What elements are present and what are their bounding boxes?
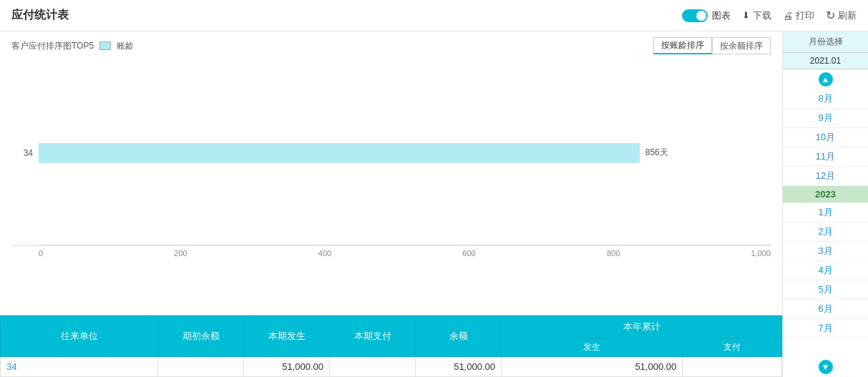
bar-fill: [39, 143, 640, 163]
month-item-9[interactable]: 9月: [783, 109, 868, 128]
month-item-8[interactable]: 8月: [783, 89, 868, 109]
month-item-6[interactable]: 6月: [783, 300, 868, 319]
x-label-0: 0: [39, 249, 43, 258]
download-button[interactable]: 下载: [742, 9, 771, 22]
sidebar-down-button[interactable]: ▼: [783, 357, 868, 377]
sort-by-balance-button[interactable]: 按余额排序: [712, 37, 771, 54]
header: 应付统计表 图表 下载 打印 刷新: [0, 0, 868, 31]
month-item-2023[interactable]: 2023: [783, 186, 868, 203]
bar-chart: 34 856天: [11, 60, 771, 246]
bar-y-label: 34: [11, 148, 33, 158]
cell-current-occur: 51,000.00: [244, 357, 330, 377]
month-item-4[interactable]: 4月: [783, 261, 868, 280]
sort-by-amount-button[interactable]: 按账龄排序: [653, 37, 712, 54]
month-item-11[interactable]: 11月: [783, 147, 868, 167]
cell-ytd-occur: 51,000.00: [502, 357, 683, 377]
month-item-1[interactable]: 1月: [783, 203, 868, 222]
refresh-label: 刷新: [838, 9, 857, 22]
month-item-10[interactable]: 10月: [783, 128, 868, 147]
col-opening-header: 期初余额: [158, 316, 244, 357]
x-label-400: 400: [318, 249, 331, 258]
chart-toggle-label: 图表: [712, 9, 731, 22]
print-button[interactable]: 打印: [783, 9, 814, 22]
bar-end-label: 856天: [645, 147, 668, 159]
refresh-icon: [826, 9, 835, 22]
x-label-1000: 1,000: [751, 249, 771, 258]
month-item-2[interactable]: 2月: [783, 222, 868, 242]
col-current-pay-header: 本期支付: [330, 316, 416, 357]
unit-link[interactable]: 34: [6, 361, 16, 372]
cell-current-pay: [330, 357, 416, 377]
print-label: 打印: [796, 9, 814, 22]
col-unit-header: 往来单位: [1, 316, 158, 357]
up-circle-icon: ▲: [819, 72, 833, 87]
cell-opening: [158, 357, 244, 377]
col-ytd-occur-header: 发生: [502, 338, 683, 357]
month-item-12[interactable]: 12月: [783, 167, 868, 186]
cell-balance: 51,000.00: [416, 357, 502, 377]
legend-box: [99, 41, 111, 50]
cell-ytd-pay: [683, 357, 782, 377]
table-row: 34 51,000.00 51,000.00 51,000.00: [1, 357, 782, 377]
down-circle-icon: ▼: [819, 360, 833, 374]
sidebar-month-header: 月份选择: [783, 31, 868, 53]
download-icon: [742, 10, 750, 21]
chart-legend: 客户应付排序图TOP5 账龄: [11, 40, 134, 52]
table-header-row: 往来单位 期初余额 本期发生 本期支付 余额 本年累计: [1, 316, 782, 338]
x-label-600: 600: [462, 249, 475, 258]
app-container: 应付统计表 图表 下载 打印 刷新: [0, 0, 868, 377]
bar-row: 34 856天: [11, 143, 771, 163]
legend-title: 客户应付排序图TOP5: [11, 40, 94, 52]
col-balance-header: 余额: [416, 316, 502, 357]
chart-toggle[interactable]: [682, 9, 708, 22]
x-label-200: 200: [174, 249, 187, 258]
x-label-800: 800: [607, 249, 620, 258]
bar-chart-container: 34 856天 0 200 400 600 800 1,000: [0, 60, 782, 315]
chart-header: 客户应付排序图TOP5 账龄 按账龄排序 按余额排序: [0, 31, 782, 60]
month-list: 8月 9月 10月 11月 12月 2023 1月 2月 3月 4月 5月 6月…: [783, 89, 868, 357]
print-icon: [783, 10, 793, 21]
right-sidebar: 月份选择 2021.01 ▲ 8月 9月 10月 11月 12月 2023 1月…: [782, 31, 868, 377]
month-item-5[interactable]: 5月: [783, 280, 868, 300]
download-label: 下载: [753, 9, 771, 22]
summary-table: 往来单位 期初余额 本期发生 本期支付 余额 本年累计 发生 支付: [0, 315, 782, 377]
cell-unit: 34: [1, 357, 158, 377]
main-content: 客户应付排序图TOP5 账龄 按账龄排序 按余额排序 34 856天: [0, 31, 868, 377]
col-ytd-header: 本年累计: [502, 316, 782, 338]
sidebar-up-button[interactable]: ▲: [783, 69, 868, 89]
sidebar-current-value[interactable]: 2021.01: [783, 53, 868, 69]
sort-buttons: 按账龄排序 按余额排序: [653, 37, 771, 54]
col-current-occur-header: 本期发生: [244, 316, 330, 357]
month-item-7[interactable]: 7月: [783, 319, 868, 338]
x-axis: 0 200 400 600 800 1,000: [11, 246, 771, 258]
header-actions: 图表 下载 打印 刷新: [682, 9, 857, 22]
legend-label: 账龄: [117, 40, 134, 52]
table-container: 往来单位 期初余额 本期发生 本期支付 余额 本年累计 发生 支付: [0, 315, 782, 377]
month-item-3[interactable]: 3月: [783, 242, 868, 261]
refresh-button[interactable]: 刷新: [826, 9, 857, 22]
chart-toggle-wrap: 图表: [682, 9, 731, 22]
page-title: 应付统计表: [11, 8, 69, 23]
col-ytd-pay-header: 支付: [683, 338, 782, 357]
chart-area: 客户应付排序图TOP5 账龄 按账龄排序 按余额排序 34 856天: [0, 31, 782, 377]
